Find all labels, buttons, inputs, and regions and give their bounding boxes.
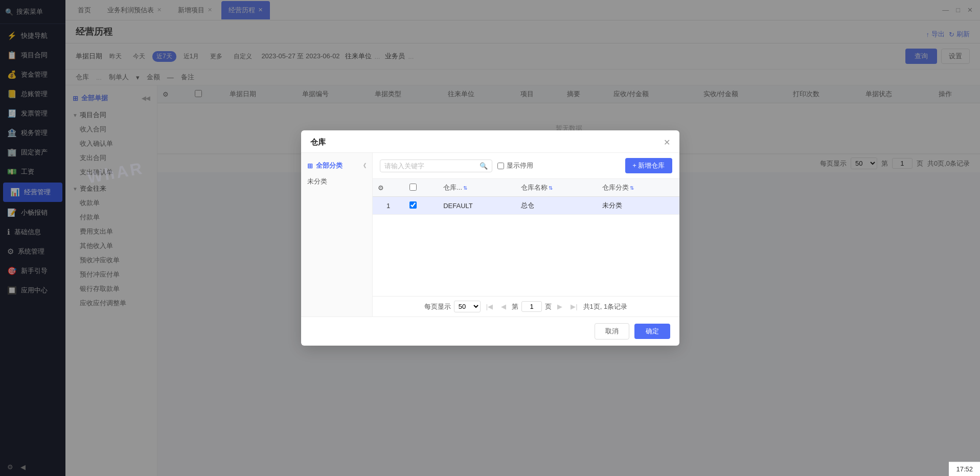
cancel-button[interactable]: 取消 (595, 323, 629, 339)
modal-page-input[interactable] (521, 301, 542, 312)
modal-table: ⚙ 仓库...⇅ 仓库名称⇅ 仓库分类⇅ 1 (373, 179, 679, 215)
modal-prev-page[interactable]: ◀ (498, 302, 509, 311)
modal-select-all[interactable] (409, 184, 417, 191)
modal-collapse-icon[interactable]: 《 (360, 162, 366, 170)
modal-left-panel: ⊞ 全部分类 《 未分类 (301, 153, 373, 316)
table-row[interactable]: 1 DEFAULT 总仓 未分类 (373, 197, 679, 215)
modal-search-input[interactable] (384, 162, 476, 170)
modal-pagination: 每页显示 50 100 |◀ ◀ 第 页 ▶ ▶| 共1页, 1条记录 (373, 296, 679, 316)
row-code: DEFAULT (438, 197, 515, 215)
modal-overlay: 仓库 ✕ ⊞ 全部分类 《 未分类 🔍 (0, 0, 980, 476)
modal-footer: 取消 确定 (301, 316, 679, 346)
modal-page-suffix: 页 (545, 302, 552, 311)
modal-search-icon: 🔍 (480, 162, 488, 170)
show-disabled-label[interactable]: 显示停用 (497, 161, 533, 170)
modal-page-label: 第 (512, 302, 518, 311)
modal-body: ⊞ 全部分类 《 未分类 🔍 显示停用 (301, 153, 679, 316)
taskbar-time: 17:52 (949, 462, 980, 476)
modal-table-wrap: ⚙ 仓库...⇅ 仓库名称⇅ 仓库分类⇅ 1 (373, 179, 679, 296)
row-gear-cell: 1 (373, 197, 404, 215)
modal-page-size-label: 每页显示 (424, 302, 451, 311)
modal-header: 仓库 ✕ (301, 130, 679, 153)
modal-uncategorized[interactable]: 未分类 (301, 173, 372, 190)
modal-page-size-select[interactable]: 50 100 (454, 301, 481, 312)
row-checkbox-cell (404, 197, 438, 215)
grid-icon: ⊞ (307, 162, 313, 170)
modal-right-panel: 🔍 显示停用 + 新增仓库 ⚙ (373, 153, 679, 316)
modal-col-name: 仓库名称⇅ (516, 179, 598, 197)
modal-last-page[interactable]: ▶| (568, 302, 580, 311)
modal-toolbar: 🔍 显示停用 + 新增仓库 (373, 153, 679, 179)
modal-title: 仓库 (310, 138, 326, 147)
modal-next-page[interactable]: ▶ (555, 302, 565, 311)
confirm-button[interactable]: 确定 (634, 324, 670, 339)
row-name: 总仓 (516, 197, 598, 215)
modal-col-code: 仓库...⇅ (438, 179, 515, 197)
row-checkbox[interactable] (409, 201, 417, 209)
modal-all-categories[interactable]: ⊞ 全部分类 《 (301, 158, 372, 173)
modal-col-category: 仓库分类⇅ (597, 179, 679, 197)
modal-col-checkbox (404, 179, 438, 197)
warehouse-modal: 仓库 ✕ ⊞ 全部分类 《 未分类 🔍 (301, 130, 679, 346)
modal-first-page[interactable]: |◀ (484, 302, 495, 311)
modal-total-label: 共1页, 1条记录 (583, 302, 628, 311)
modal-col-gear: ⚙ (373, 179, 404, 197)
add-warehouse-button[interactable]: + 新增仓库 (625, 158, 672, 173)
modal-search-wrap: 🔍 (380, 160, 492, 172)
show-disabled-checkbox[interactable] (497, 163, 504, 169)
row-category: 未分类 (597, 197, 679, 215)
modal-close-button[interactable]: ✕ (664, 138, 670, 147)
